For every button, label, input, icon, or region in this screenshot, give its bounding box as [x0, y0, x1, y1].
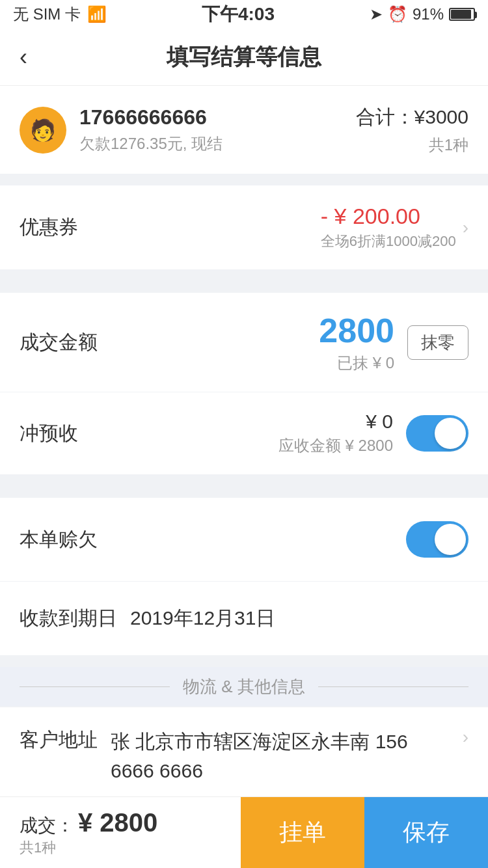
- address-row: 客户地址 张 北京市市辖区海淀区永丰南 156 6666 6666 ›: [0, 707, 488, 805]
- debt-row: 本单赊欠: [0, 498, 488, 581]
- page-title: 填写结算等信息: [167, 42, 321, 72]
- sim-label: 无 SIM 卡: [13, 4, 81, 25]
- back-button[interactable]: ‹: [20, 44, 59, 71]
- customer-card: 🧑 17666666666 欠款1276.35元, 现结 合计：¥3000 共1…: [0, 86, 488, 174]
- address-label: 客户地址: [20, 727, 98, 753]
- amount-row: 成交金额 2800 已抹 ¥ 0 抹零: [0, 293, 488, 392]
- logistics-line: 物流 & 其他信息: [0, 675, 488, 698]
- duedate-section: 收款到期日 2019年12月31日: [0, 581, 488, 655]
- toggle-knob: [435, 418, 466, 449]
- debt-toggle-knob: [435, 524, 466, 555]
- customer-phone: 17666666666: [79, 105, 223, 129]
- debt-toggle[interactable]: [406, 521, 468, 558]
- coupon-label: 优惠券: [20, 214, 78, 241]
- amount-sub: 已抹 ¥ 0: [319, 353, 394, 373]
- amount-right: 2800 已抹 ¥ 0 抹零: [319, 311, 468, 373]
- save-button[interactable]: 保存: [364, 797, 488, 869]
- bottom-count: 共1种: [20, 838, 221, 858]
- prepay-amount: ¥ 0 应收金额 ¥ 2800: [278, 411, 393, 456]
- bottom-deal-amount: ¥ 2800: [78, 808, 157, 837]
- chevron-right-icon: ›: [463, 217, 468, 238]
- prepay-toggle[interactable]: [406, 415, 468, 452]
- customer-right: 合计：¥3000 共1种: [356, 104, 468, 156]
- nav-bar: ‹ 填写结算等信息: [0, 29, 488, 86]
- status-bar: 无 SIM 卡 📶 下午4:03 ➤ ⏰ 91%: [0, 0, 488, 29]
- amount-section: 成交金额 2800 已抹 ¥ 0 抹零 冲预收 ¥ 0 应收金额 ¥ 2800: [0, 293, 488, 474]
- coupon-row[interactable]: 优惠券 - ¥ 200.00 全场6折满1000减200 ›: [0, 185, 488, 269]
- battery-percent: 91%: [413, 5, 444, 23]
- location-icon: ➤: [370, 5, 383, 23]
- bottom-deal-line: 成交： ¥ 2800: [20, 808, 221, 838]
- prepay-label: 冲预收: [20, 420, 78, 447]
- customer-sub: 欠款1276.35元, 现结: [79, 133, 223, 154]
- logistics-label: 物流 & 其他信息: [183, 675, 305, 698]
- separator-1: [0, 281, 488, 293]
- bottom-deal-label: 成交：: [20, 813, 74, 838]
- status-left: 无 SIM 卡 📶: [13, 4, 107, 25]
- amount-label: 成交金额: [20, 329, 98, 356]
- customer-info: 17666666666 欠款1276.35元, 现结: [79, 105, 223, 154]
- customer-total: 合计：¥3000: [356, 104, 468, 131]
- logistics-hr-left: [20, 686, 170, 687]
- bottom-summary: 成交： ¥ 2800 共1种: [0, 808, 241, 858]
- status-right: ➤ ⏰ 91%: [370, 5, 475, 23]
- prepay-value: ¥ 0: [278, 411, 393, 433]
- avatar: 🧑: [20, 107, 66, 154]
- coupon-right: - ¥ 200.00 全场6折满1000减200 ›: [321, 204, 468, 251]
- logistics-hr-right: [318, 686, 468, 687]
- status-time: 下午4:03: [202, 2, 275, 27]
- logistics-separator: 物流 & 其他信息: [0, 667, 488, 706]
- debt-section: 本单赊欠 收款到期日 2019年12月31日: [0, 498, 488, 655]
- duedate-label: 收款到期日: [20, 605, 117, 632]
- address-value: 张 北京市市辖区海淀区永丰南 156 6666 6666: [111, 727, 450, 785]
- bottom-bar: 成交： ¥ 2800 共1种 挂单 保存: [0, 796, 488, 868]
- round-button[interactable]: 抹零: [407, 325, 468, 360]
- coupon-discount: - ¥ 200.00: [321, 204, 456, 229]
- address-chevron-icon: ›: [463, 727, 468, 748]
- customer-left: 🧑 17666666666 欠款1276.35元, 现结: [20, 105, 223, 154]
- alarm-icon: ⏰: [388, 5, 407, 23]
- customer-count: 共1种: [356, 135, 468, 156]
- coupon-desc: 全场6折满1000减200: [321, 232, 456, 251]
- wifi-icon: 📶: [87, 5, 107, 23]
- duedate-value: 2019年12月31日: [130, 605, 275, 632]
- content: 🧑 17666666666 欠款1276.35元, 现结 合计：¥3000 共1…: [0, 86, 488, 868]
- battery-icon: [449, 8, 475, 21]
- prepay-right: ¥ 0 应收金额 ¥ 2800: [278, 411, 468, 456]
- separator-2: [0, 474, 488, 486]
- pending-button[interactable]: 挂单: [241, 797, 364, 869]
- debt-label: 本单赊欠: [20, 526, 98, 553]
- duedate-row: 收款到期日 2019年12月31日: [0, 582, 488, 655]
- amount-value: 2800: [319, 311, 394, 350]
- prepay-sub: 应收金额 ¥ 2800: [278, 435, 393, 456]
- address-section[interactable]: 客户地址 张 北京市市辖区海淀区永丰南 156 6666 6666 ›: [0, 707, 488, 805]
- prepay-row: 冲预收 ¥ 0 应收金额 ¥ 2800: [0, 392, 488, 474]
